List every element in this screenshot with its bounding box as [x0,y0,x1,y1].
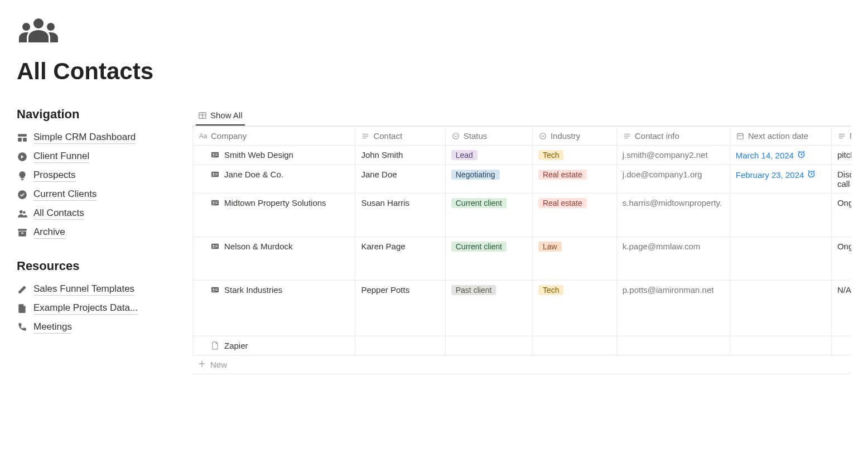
cell-next-date[interactable]: March 14, 2024 [730,146,831,165]
svg-point-19 [453,133,459,139]
svg-point-2 [47,23,55,31]
res-item-2[interactable]: Meetings [17,318,176,337]
column-header-next-action-date[interactable]: Next action date [730,127,831,146]
svg-rect-5 [23,138,27,142]
col-type-icon [837,132,846,141]
cell-company[interactable]: Zapier [193,336,355,355]
new-row-button[interactable]: New [192,355,851,374]
cell-contact[interactable]: Jane Doe [355,165,445,194]
table-row[interactable]: Stark IndustriesPepper PottsPast clientT… [193,281,852,336]
next-action-date[interactable]: February 23, 2024 [736,170,826,180]
col-type-icon [736,132,745,141]
svg-rect-3 [18,134,27,137]
res-item-label: Sales Funnel Templates [33,283,134,296]
column-header-contact[interactable]: Contact [355,127,445,146]
cell-contact-info[interactable]: j.doe@company1.org [616,165,730,194]
table-row[interactable]: Smith Web DesignJohn SmithLeadTechj.smit… [193,146,852,165]
column-label: Contact info [635,131,679,141]
cell-status[interactable]: Current client [445,194,532,237]
industry-tag: Real estate [538,198,587,208]
cell-company[interactable]: Nelson & Murdock [193,237,355,281]
pencil-icon [17,284,28,295]
svg-rect-41 [213,175,215,176]
cell-contact[interactable]: John Smith [355,146,445,165]
svg-rect-39 [215,173,218,174]
cell-status[interactable]: Negotiating [445,165,532,194]
resources-heading: Resources [17,259,176,273]
svg-point-38 [213,173,214,175]
cell-company[interactable]: Smith Web Design [193,146,355,165]
industry-tag: Law [538,242,562,252]
svg-rect-48 [211,243,219,248]
company-name: Stark Industries [224,285,282,295]
cell-next[interactable]: Discovecall you [831,165,851,194]
check-circle-icon [17,189,28,200]
cell-contact-info[interactable] [616,336,730,355]
cell-status[interactable]: Current client [445,237,532,281]
cell-contact[interactable] [355,336,445,355]
cell-contact-info[interactable]: j.smith@company2.net [616,146,730,165]
res-item-0[interactable]: Sales Funnel Templates [17,280,176,299]
cell-contact[interactable]: Susan Harris [355,194,445,237]
cell-next-date[interactable]: February 23, 2024 [730,165,831,194]
cell-next[interactable]: pitch [831,146,851,165]
cell-next[interactable]: Ongoin [831,237,851,281]
view-tab-label: Show All [210,110,243,120]
column-header-status[interactable]: Status [445,127,532,146]
cell-company[interactable]: Stark Industries [193,281,355,336]
cell-industry[interactable]: Tech [532,146,616,165]
table-row[interactable]: Midtown Property SolutionsSusan HarrisCu… [193,194,852,237]
cell-industry[interactable]: Real estate [532,194,616,237]
cell-industry[interactable]: Law [532,237,616,281]
page-title: All Contacts [17,58,851,85]
svg-point-9 [20,210,23,214]
column-header-nex[interactable]: Nex [831,127,851,146]
cell-status[interactable] [445,336,532,355]
plus-icon [198,360,206,369]
table-row[interactable]: Zapier [193,336,852,355]
cell-next[interactable]: N/A [831,281,851,336]
column-header-company[interactable]: AaCompany [193,127,355,146]
svg-point-10 [23,211,26,214]
nav-item-2[interactable]: Prospects [17,166,176,185]
nav-item-3[interactable]: Current Clients [17,185,176,204]
cell-next-date[interactable] [730,237,831,281]
nav-item-5[interactable]: Archive [17,223,176,242]
cell-next-date[interactable] [730,194,831,237]
cell-contact-info[interactable]: k.page@mmlaw.com [616,237,730,281]
nav-item-1[interactable]: Client Funnel [17,147,176,166]
svg-rect-46 [215,203,218,203]
res-item-1[interactable]: Example Projects Data... [17,299,176,318]
column-header-contact-info[interactable]: Contact info [616,127,730,146]
svg-rect-47 [213,204,215,204]
svg-point-1 [22,23,30,31]
cell-contact-info[interactable]: p.potts@iamironman.net [616,281,730,336]
view-tab-show-all[interactable]: Show All [196,107,245,126]
next-action-date[interactable]: March 14, 2024 [736,150,826,160]
svg-rect-40 [215,174,218,175]
cell-industry[interactable]: Real estate [532,165,616,194]
cell-industry[interactable]: Tech [532,281,616,336]
nav-item-4[interactable]: All Contacts [17,204,176,223]
cell-next-date[interactable] [730,336,831,355]
company-name: Nelson & Murdock [224,242,293,251]
nav-item-0[interactable]: Simple CRM Dashboard [17,128,176,147]
cell-contact[interactable]: Karen Page [355,237,445,281]
table-row[interactable]: Jane Doe & Co.Jane DoeNegotiatingReal es… [193,165,852,194]
status-tag: Lead [451,150,478,160]
cell-next-date[interactable] [730,281,831,336]
cell-next[interactable]: Ongoin [831,194,851,237]
cell-contact-info[interactable]: s.harris@midtownproperty. [616,194,730,237]
table-row[interactable]: Nelson & MurdockKaren PageCurrent client… [193,237,852,281]
col-type-icon [623,132,631,141]
column-header-industry[interactable]: Industry [532,127,616,146]
cell-company[interactable]: Midtown Property Solutions [193,194,355,237]
cell-company[interactable]: Jane Doe & Co. [193,165,355,194]
cell-status[interactable]: Past client [445,281,532,336]
cell-contact[interactable]: Pepper Potts [355,281,445,336]
svg-rect-24 [737,133,743,139]
cell-industry[interactable] [532,336,616,355]
cell-next[interactable] [831,336,851,355]
column-label: Industry [551,131,580,141]
cell-status[interactable]: Lead [445,146,532,165]
